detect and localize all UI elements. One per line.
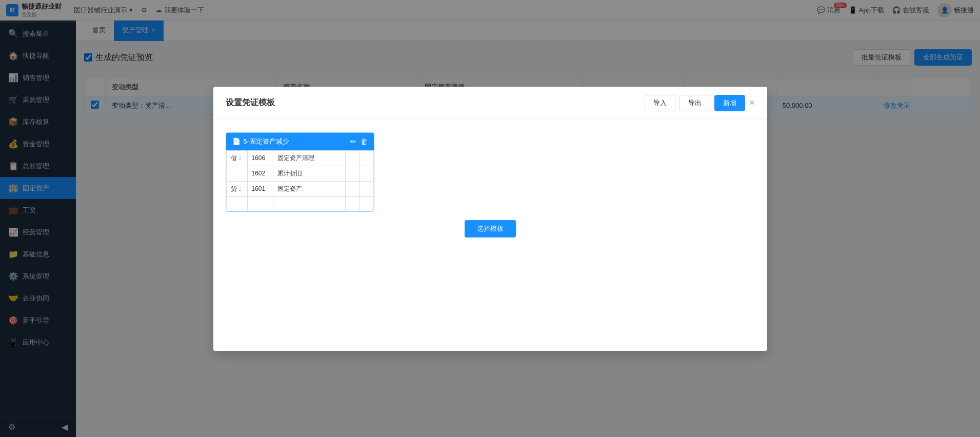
edit-icon[interactable]: ✏ [350,137,356,146]
export-button[interactable]: 导出 [679,95,710,111]
entry-col-a2 [346,181,359,196]
template-name: 5-固定资产减少 [244,137,290,146]
modal-close-button[interactable]: × [749,97,755,108]
modal-overlay: 设置凭证模板 导入 导出 新增 × 📄 5-固定资产减少 [0,0,980,437]
delete-icon[interactable]: 🗑 [361,137,368,146]
entry-col-b1 [359,166,373,181]
modal-actions: 导入 导出 新增 [645,95,745,111]
document-icon: 📄 [232,137,241,145]
entry-code-1: 1602 [247,166,273,181]
entry-name-1: 累计折旧 [273,166,346,181]
entry-type-2: 贷： [226,181,247,196]
template-card-actions: ✏ 🗑 [350,137,368,146]
entry-col-b2 [359,181,373,196]
modal-title: 设置凭证模板 [226,97,275,108]
modal-dialog: 设置凭证模板 导入 导出 新增 × 📄 5-固定资产减少 [213,87,767,351]
template-entry-row: 贷： 1601 固定资产 [226,181,373,196]
entry-col-a1 [346,166,359,181]
entry-name-2: 固定资产 [273,181,346,196]
modal-header: 设置凭证模板 导入 导出 新增 × [213,87,767,120]
entry-type-1 [226,166,247,181]
select-template-button[interactable]: 选择模板 [465,220,516,237]
template-card: 📄 5-固定资产减少 ✏ 🗑 借： 1606 固定资产清理 [226,132,374,212]
entry-code-2: 1601 [247,181,273,196]
template-header-left: 📄 5-固定资产减少 [232,137,290,146]
import-button[interactable]: 导入 [645,95,675,111]
entry-col-b0 [359,150,373,166]
template-empty-row [226,196,373,211]
entry-type-0: 借： [226,150,247,166]
template-entries-table: 借： 1606 固定资产清理 1602 累计折旧 [226,150,374,211]
entry-name-0: 固定资产清理 [273,150,346,166]
entry-code-0: 1606 [247,150,273,166]
template-entry-row: 1602 累计折旧 [226,166,373,181]
template-entry-row: 借： 1606 固定资产清理 [226,150,373,166]
new-button[interactable]: 新增 [714,95,745,111]
modal-body: 📄 5-固定资产减少 ✏ 🗑 借： 1606 固定资产清理 [213,120,767,351]
entry-col-a0 [346,150,359,166]
template-card-header: 📄 5-固定资产减少 ✏ 🗑 [226,133,374,150]
